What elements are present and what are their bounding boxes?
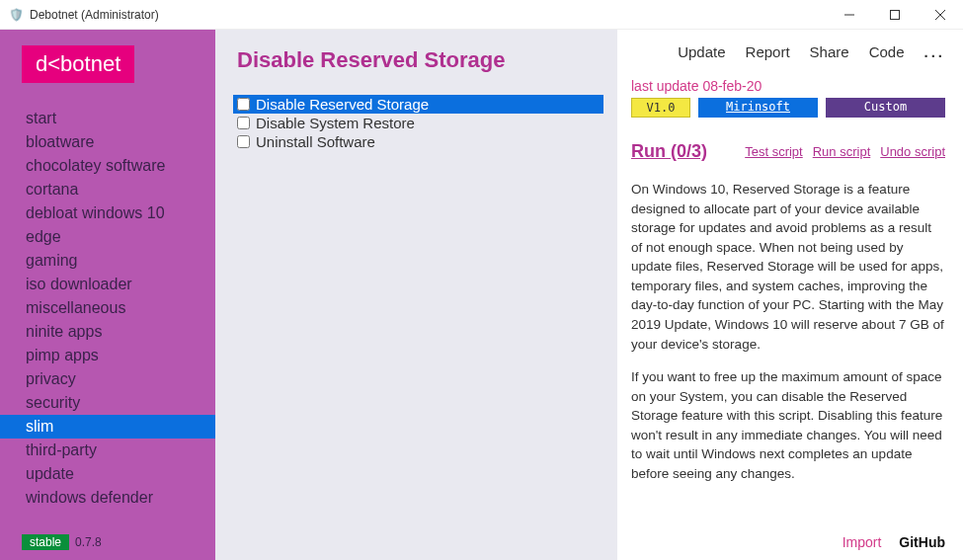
sidebar-category[interactable]: security (0, 391, 215, 415)
script-list: Disable Reserved StorageDisable System R… (233, 95, 603, 151)
sidebar-category[interactable]: iso downloader (0, 273, 215, 296)
description-paragraph: On Windows 10, Reserved Storage is a fea… (631, 180, 945, 354)
maximize-button[interactable] (872, 0, 918, 30)
import-link[interactable]: Import (843, 534, 882, 550)
titlebar: 🛡️ Debotnet (Administrator) (0, 0, 963, 30)
sidebar-category[interactable]: debloat windows 10 (0, 201, 215, 225)
stable-badge: stable (22, 534, 69, 550)
test-script-link[interactable]: Test script (745, 144, 803, 159)
version-pill: V1.0 (631, 98, 690, 118)
sidebar-category[interactable]: edge (0, 225, 215, 249)
script-item[interactable]: Disable System Restore (233, 114, 603, 132)
sidebar-category[interactable]: bloatware (0, 130, 215, 154)
sidebar-category[interactable]: start (0, 107, 215, 130)
detail-panel: Update Report Share Code ... last update… (617, 30, 963, 560)
sidebar-category[interactable]: pimp apps (0, 344, 215, 367)
script-checkbox[interactable] (237, 98, 250, 111)
sidebar-category[interactable]: third-party (0, 439, 215, 462)
script-label: Disable Reserved Storage (256, 96, 429, 113)
svg-rect-1 (891, 10, 900, 19)
description-paragraph: If you want to free up the maximum amoun… (631, 367, 945, 483)
app-icon: 🛡️ (8, 7, 24, 23)
undo-script-link[interactable]: Undo script (880, 144, 945, 159)
script-item[interactable]: Disable Reserved Storage (233, 95, 603, 114)
script-label: Disable System Restore (256, 115, 415, 131)
script-checkbox[interactable] (237, 117, 250, 129)
menu-more-icon[interactable]: ... (923, 43, 945, 60)
sidebar-category[interactable]: windows defender (0, 486, 215, 510)
app-logo: d<botnet (22, 45, 134, 83)
description-area: On Windows 10, Reserved Storage is a fea… (631, 180, 945, 497)
script-label: Uninstall Software (256, 133, 375, 150)
run-script-link[interactable]: Run script (813, 144, 871, 159)
sidebar-category[interactable]: gaming (0, 249, 215, 273)
sidebar: d<botnet startbloatwarechocolatey softwa… (0, 30, 215, 560)
run-button[interactable]: Run (0/3) (631, 141, 707, 162)
sidebar-category[interactable]: update (0, 462, 215, 486)
version-area: stable 0.7.8 (22, 534, 102, 550)
category-list: startbloatwarechocolatey softwarecortana… (0, 107, 215, 510)
menu-update[interactable]: Update (678, 43, 725, 60)
panel-title: Disable Reserved Storage (237, 47, 603, 73)
script-panel: Disable Reserved Storage Disable Reserve… (215, 30, 617, 560)
github-link[interactable]: GitHub (899, 534, 945, 550)
sidebar-category[interactable]: slim (0, 415, 215, 439)
vendor-pill[interactable]: Mirinsoft (698, 98, 818, 118)
top-menu: Update Report Share Code ... (631, 43, 945, 60)
run-row: Run (0/3) Test script Run script Undo sc… (631, 141, 945, 162)
minimize-button[interactable] (827, 0, 872, 30)
sidebar-category[interactable]: ninite apps (0, 320, 215, 344)
sidebar-category[interactable]: chocolatey software (0, 154, 215, 178)
window-title: Debotnet (Administrator) (30, 8, 827, 22)
sidebar-category[interactable]: miscellaneous (0, 296, 215, 320)
script-checkbox[interactable] (237, 135, 250, 148)
menu-report[interactable]: Report (746, 43, 790, 60)
custom-pill[interactable]: Custom (826, 98, 945, 118)
script-action-links: Test script Run script Undo script (745, 144, 945, 159)
version-label: 0.7.8 (75, 535, 102, 549)
menu-share[interactable]: Share (810, 43, 849, 60)
tag-row: V1.0 Mirinsoft Custom (631, 98, 945, 118)
window-controls (827, 0, 963, 30)
sidebar-category[interactable]: cortana (0, 178, 215, 201)
menu-code[interactable]: Code (869, 43, 905, 60)
footer-links: Import GitHub (843, 534, 945, 550)
close-button[interactable] (918, 0, 963, 30)
script-item[interactable]: Uninstall Software (233, 132, 603, 151)
sidebar-category[interactable]: privacy (0, 367, 215, 391)
last-update-label: last update 08-feb-20 (631, 78, 945, 94)
